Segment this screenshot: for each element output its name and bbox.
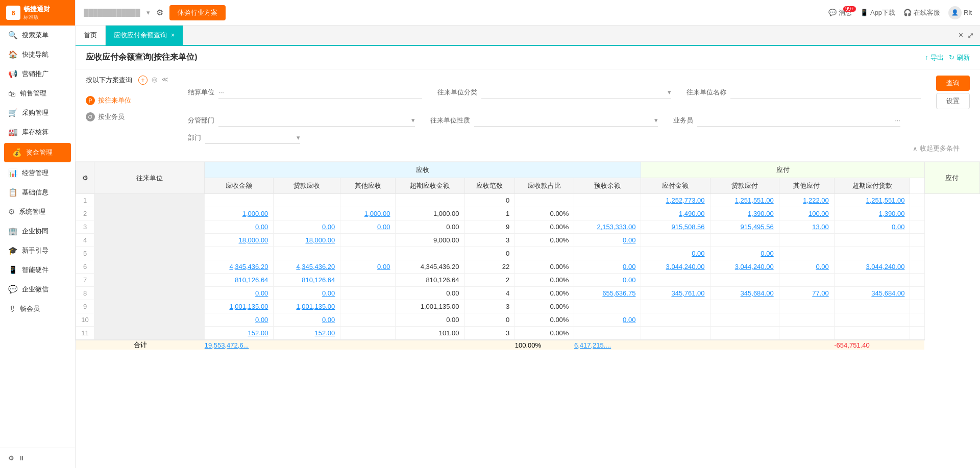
basic-info-icon: 📋	[8, 188, 18, 197]
query-button[interactable]: 查询	[936, 76, 970, 91]
quick-nav-icon: 🏠	[8, 50, 18, 59]
filter-nature-select[interactable]: ▾	[474, 114, 657, 127]
table-settings-icon[interactable]: ⚙	[82, 174, 88, 182]
collapse-more-btn[interactable]: ∧ 收起更多条件	[86, 144, 970, 155]
footer-overdue-payable: -654,751.40	[834, 340, 910, 350]
sidebar-item-system[interactable]: ⚙ 系统管理	[0, 202, 75, 221]
search-menu-icon: 🔍	[8, 31, 18, 40]
sidebar-item-operations[interactable]: 📊 经营管理	[0, 163, 75, 183]
col-group-payable: 应付	[641, 162, 924, 178]
footer-loan-payable	[710, 340, 779, 350]
guide-icon: 🎓	[8, 246, 18, 255]
sidebar-item-basic-info[interactable]: 📋 基础信息	[0, 183, 75, 202]
col-advance-balance: 预收余额	[574, 178, 641, 194]
logo-icon: 6	[6, 6, 20, 20]
download-label: App下载	[870, 8, 895, 17]
col-other-receivable: 其他应收	[340, 178, 396, 194]
sidebar-item-smart-hw[interactable]: 📱 智能硬件	[0, 260, 75, 280]
filter-add-icon[interactable]: +	[138, 76, 148, 85]
col-settings[interactable]: ⚙	[76, 162, 94, 194]
filter-settlement-dots[interactable]: ···	[218, 86, 422, 98]
sidebar-item-quick-nav[interactable]: 🏠 快捷导航	[0, 45, 75, 64]
filter-subdept: 部门 ▾	[188, 132, 300, 144]
table-row: 500.000.00	[76, 247, 980, 260]
page-actions: ↑ 导出 ↻ 刷新	[925, 53, 970, 62]
topbar-dropdown-icon[interactable]: ▾	[146, 9, 150, 16]
footer-advance-balance[interactable]: 6,417,215....	[574, 340, 641, 350]
sidebar: 6 畅捷通财 标准版 🔍 搜索菜单 🏠 快捷导航 📢 营销推广 🛍 销售管理 🛒…	[0, 0, 76, 468]
submenu-by-salesperson[interactable]: ⏱ 按业务员	[86, 109, 188, 125]
col-other-payable: 其他应付	[779, 178, 834, 194]
tab-receivable[interactable]: 应收应付余额查询 ×	[106, 25, 183, 45]
footer-other-payable	[779, 340, 834, 350]
setting-button[interactable]: 设置	[936, 93, 970, 109]
collapse-label: 收起更多条件	[920, 144, 960, 153]
filter-icons: + ◎ ≪	[138, 76, 168, 85]
sidebar-collapse-icon[interactable]: ⏸	[18, 454, 25, 462]
footer-overdue-receivable	[396, 340, 464, 350]
nature-chevron-icon: ▾	[654, 116, 658, 124]
enterprise-wechat-icon: 💬	[8, 285, 18, 294]
footer-receivable-amount[interactable]: 19,553,472,6...	[205, 340, 274, 350]
counterparty-name	[94, 300, 205, 313]
sidebar-item-finance[interactable]: 💰 资金管理	[4, 143, 71, 162]
online-support[interactable]: 🎧 在线客服	[903, 8, 940, 17]
filter-back-icon[interactable]: ≪	[161, 76, 168, 85]
app-download[interactable]: 📱 App下载	[860, 8, 895, 17]
sidebar-item-sales[interactable]: 🛍 销售管理	[0, 84, 75, 103]
footer-loan-receivable	[274, 340, 340, 350]
main-content: 首页 应收应付余额查询 × × ⤢ 应收应付余额查询(按往来单位) ↑ 导出 ↻…	[76, 26, 980, 468]
download-icon: 📱	[860, 9, 868, 16]
filter-dept-select[interactable]: ▾	[218, 114, 415, 127]
filter-subdept-select[interactable]: ▾	[205, 132, 300, 144]
sidebar-item-vip[interactable]: 🎖 畅会员	[0, 299, 75, 318]
table-row: 91,001,135.001,001,135.001,001,135.0030.…	[76, 300, 980, 313]
table-row: 11152.00152.00101.0030.00%	[76, 327, 980, 340]
export-button[interactable]: ↑ 导出	[925, 53, 944, 62]
submenu-by-counterparty[interactable]: P 按往来单位	[86, 93, 188, 108]
topbar-settings-icon[interactable]: ⚙	[156, 8, 163, 17]
sidebar-item-search-menu[interactable]: 🔍 搜索菜单	[0, 26, 75, 45]
tab-home[interactable]: 首页	[76, 25, 106, 45]
counterparty-name-input[interactable]	[730, 86, 921, 98]
filter-salesperson-dots[interactable]: ···	[697, 114, 900, 127]
app-version: 标准版	[23, 14, 50, 21]
filter-counterparty-type-select[interactable]: ▾	[481, 86, 672, 98]
user-info[interactable]: 👤 Rit	[948, 6, 972, 19]
vip-icon: 🎖	[8, 305, 16, 313]
filter-counterparty-name-label: 往来单位名称	[687, 88, 726, 97]
sidebar-item-enterprise-wechat[interactable]: 💬 企业微信	[0, 280, 75, 299]
sidebar-item-inventory[interactable]: 🏭 库存核算	[0, 122, 75, 142]
counterparty-name	[94, 274, 205, 287]
export-icon: ↑	[925, 54, 929, 61]
inventory-icon: 🏭	[8, 128, 18, 137]
table-row: 7810,126.64810,126.64810,126.6420.00%0.0…	[76, 274, 980, 287]
solution-button[interactable]: 体验行业方案	[169, 5, 226, 20]
filter-settings-icon[interactable]: ◎	[152, 76, 157, 85]
tab-receivable-label: 应收应付余额查询	[114, 31, 167, 40]
enterprise-icon: 🏢	[8, 227, 18, 236]
data-table: ⚙ 往来单位 应收 应付 应付 应收金额	[76, 162, 980, 350]
sidebar-label-inventory: 库存核算	[22, 128, 48, 137]
counterparty-name	[94, 287, 205, 300]
dept-chevron-icon: ▾	[411, 116, 415, 124]
col-payable-amount: 应付金额	[641, 178, 710, 194]
refresh-button[interactable]: ↻ 刷新	[949, 53, 970, 62]
counterparty-name	[94, 260, 205, 274]
query-buttons: 查询 设置	[936, 76, 970, 109]
counterparty-name	[94, 234, 205, 247]
window-close-icon[interactable]: ×	[959, 31, 963, 40]
sidebar-item-purchase[interactable]: 🛒 采购管理	[0, 103, 75, 122]
sidebar-settings-icon[interactable]: ⚙	[8, 454, 14, 462]
sidebar-item-enterprise[interactable]: 🏢 企业协同	[0, 221, 75, 241]
tab-close-icon[interactable]: ×	[171, 32, 175, 39]
sidebar-label-smart-hw: 智能硬件	[22, 265, 48, 275]
filter-counterparty-type: 往来单位分类 ▾	[437, 86, 672, 98]
window-expand-icon[interactable]: ⤢	[967, 31, 974, 40]
sidebar-label-basic-info: 基础信息	[22, 188, 48, 197]
sidebar-nav: 🔍 搜索菜单 🏠 快捷导航 📢 营销推广 🛍 销售管理 🛒 采购管理 🏭 库存核…	[0, 26, 75, 448]
sidebar-item-marketing[interactable]: 📢 营销推广	[0, 64, 75, 84]
table-row: 30.000.000.000.0090.00%2,153,333.00915,5…	[76, 220, 980, 234]
notifications-badge[interactable]: 💬 消息 99+	[828, 8, 852, 17]
sidebar-item-guide[interactable]: 🎓 新手引导	[0, 241, 75, 260]
